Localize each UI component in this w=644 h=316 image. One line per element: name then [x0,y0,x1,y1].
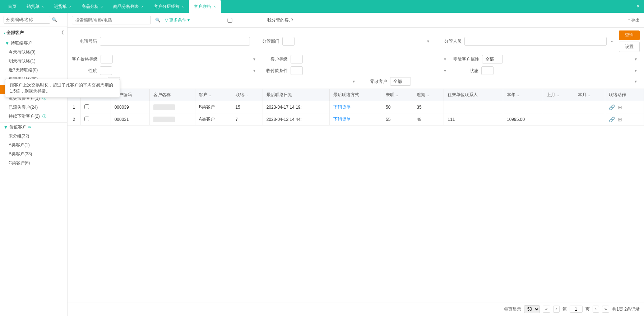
more-conditions-button[interactable]: ▽ 更多条件 ▾ [165,17,190,23]
payment-select[interactable] [291,66,303,75]
row-checkbox-1[interactable] [84,117,89,121]
gender-select[interactable] [100,66,112,75]
retail-customer-select[interactable]: 全部 [390,77,411,86]
query-button[interactable]: 查询 [619,30,640,40]
total-page-text: 页 [585,306,590,312]
close-all-button[interactable]: × [636,3,640,10]
main-search-button[interactable]: 🔍 [155,18,161,23]
tab-customer-contact[interactable]: 客户联络 × [189,0,221,13]
th-last-contact-method[interactable]: 最后联络方式 [330,89,382,101]
sidebar-item-continuous-down[interactable]: 持续下滑客户(2) ⓘ [0,112,67,121]
customer-type-wrapper [108,77,358,86]
dept-select[interactable] [282,37,295,46]
status-select[interactable] [481,66,494,75]
sidebar-item-c-class[interactable]: C类客户(6) [0,159,67,168]
payment-wrapper [291,66,449,75]
sidebar-item-b-class[interactable]: B类客户(33) [0,150,67,159]
row-checkbox-0[interactable] [84,104,89,109]
person-input[interactable] [464,37,607,46]
action-link-icon[interactable]: 🔗 [609,104,615,110]
continuous-down-info-icon[interactable]: ⓘ [42,114,46,118]
page-number-input[interactable] [570,306,583,313]
last-page-button[interactable]: » [602,306,610,313]
cell-checkbox[interactable] [80,113,93,126]
retail-attr-select[interactable]: 全部 [482,55,503,63]
cell-unreached: 50 [382,101,413,113]
main-search-input[interactable] [72,16,151,24]
customer-level-wrapper [291,55,449,63]
th-this-year[interactable]: 本年... [503,89,543,101]
value-customer-edit-icon[interactable]: ✏ [28,125,32,130]
my-customer-checkbox-label[interactable]: 我分管的客户 [194,17,293,23]
sidebar-search-icon[interactable]: 🔍 [52,17,57,22]
sidebar-bottom: ▼ 价值客户 ✏ 未分组(32) A类客户(1) B类客户(33) C类客户(6… [0,122,67,168]
sidebar-item-tomorrow[interactable]: 明天待联络(1) [0,57,67,66]
cell-actions: 🔗 ⊞ [605,101,644,113]
close-sales-tab[interactable]: × [42,4,44,9]
filter-cell-dept: 分管部门 [254,37,432,46]
first-page-button[interactable]: « [543,306,550,313]
cell-last-method[interactable]: 下销货单 [330,113,382,126]
tab-product-list[interactable]: 商品分析列表 × [108,0,148,13]
tab-customer-tier[interactable]: 客户分层经营 × [149,0,189,13]
page-size-select[interactable]: 50 [524,305,540,313]
cell-checkbox[interactable] [80,101,93,113]
pagination-bar: 每页显示 50 « ‹ 第 页 › » 共1页 2条记录 [68,302,644,316]
tab-purchase[interactable]: 进货单 × [49,0,76,13]
tab-home[interactable]: 首页 [3,0,22,13]
th-unreached[interactable]: 未联... [382,89,413,101]
person-more-icon[interactable]: ··· [611,39,615,44]
last-method-link[interactable]: 下销货单 [333,104,351,109]
close-customer-tier-tab[interactable]: × [182,4,184,9]
my-customer-checkbox[interactable] [194,18,266,23]
table-body: 1 000039 B类客户 15 2023-04-17 14:19: 下销货单 … [68,101,644,126]
close-product-list-tab[interactable]: × [141,4,143,9]
phone-input[interactable] [100,37,250,46]
th-overdue[interactable]: 逾期... [413,89,444,101]
close-customer-contact-tab[interactable]: × [213,4,216,9]
customer-level-label: 客户等级 [263,56,288,62]
category-search-input[interactable] [4,16,50,24]
th-category[interactable]: 客户... [195,89,232,101]
filter-row-3: 性质 收付款条件 状态 [72,66,640,75]
sidebar-item-ungroup[interactable]: 未分组(32) [0,132,67,141]
cell-this-month [574,113,605,126]
sidebar-item-a-class[interactable]: A类客户(1) [0,141,67,150]
action-link-icon[interactable]: 🔗 [609,117,615,122]
close-product-analysis-tab[interactable]: × [101,4,103,9]
tab-product-analysis[interactable]: 商品分析 × [77,0,108,13]
cell-this-month [574,101,605,113]
tab-sales[interactable]: 销货单 × [22,0,49,13]
export-button[interactable]: ↑ 导出 [628,17,640,23]
close-purchase-tab[interactable]: × [69,4,71,9]
th-partner-contacts[interactable]: 往来单位联系人 [444,89,503,101]
customer-level-select[interactable] [291,55,303,63]
action-grid-icon[interactable]: ⊞ [618,117,622,122]
filter-row-4: ... 客户类型 零散客户 全部 [72,77,640,86]
prev-page-button[interactable]: ‹ [553,306,560,313]
filter-cell-person: 分管人员 ··· [436,37,615,46]
top-nav: 首页 销货单 × 进货单 × 商品分析 × 商品分析列表 × 客户分层经营 × … [0,0,644,13]
sidebar-item-already-lost[interactable]: 已流失客户(24) [0,103,67,112]
action-grid-icon[interactable]: ⊞ [618,104,622,110]
table-header-row: ⚙ 客户编码 客户名称 客户... 联络... [68,89,644,101]
sidebar-item-7days[interactable]: 近7天待联络(0) [0,66,67,75]
sidebar-collapse-button[interactable]: 《 [59,30,64,36]
price-level-select[interactable] [101,55,113,63]
retail-customer-label: 零散客户 [362,79,387,85]
th-last-contact-date[interactable]: 最后联络日期 [263,89,330,101]
th-last-month[interactable]: 上月... [543,89,574,101]
last-method-link[interactable]: 下销货单 [333,117,351,122]
settings-button[interactable]: 设置 [619,42,640,52]
cell-last-method[interactable]: 下销货单 [330,101,382,113]
status-label: 状态 [453,68,478,74]
th-this-month[interactable]: 本月... [574,89,605,101]
sidebar-item-today[interactable]: 今天待联络(0) [0,48,67,57]
filter-cell-retail-attr: 零散客户属性 全部 [453,55,640,63]
th-name[interactable]: 客户名称 [149,89,195,101]
next-page-button[interactable]: › [593,306,599,313]
filter-cell-status: 状态 [453,66,640,75]
th-contact[interactable]: 联络... [232,89,263,101]
pending-contact-title[interactable]: ▼ 待联络客户 [0,39,67,48]
filter-row-1: 电话号码 分管部门 分管人员 ··· 查询 设置 [72,30,640,52]
